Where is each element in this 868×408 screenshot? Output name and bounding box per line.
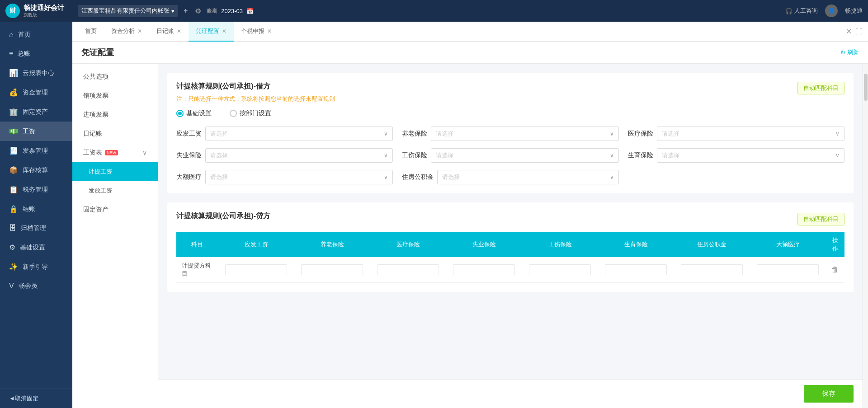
input-housing[interactable] [681,264,743,275]
input-maternity[interactable] [605,264,667,275]
sidebar-item-invoice[interactable]: 🧾 发票管理 [0,141,72,160]
select-big-medical[interactable]: 请选择 ∨ [205,170,393,184]
select-housing[interactable]: 请选择 ∨ [437,170,618,184]
refresh-label: 刷新 [847,48,859,56]
sidebar-label-close: 结账 [23,205,35,213]
select-apply-salary-arrow: ∨ [384,131,388,137]
tab-close-window-button[interactable]: ✕ [846,27,852,36]
input-apply-salary[interactable] [225,264,287,275]
new-badge: NEW [105,150,118,155]
avatar[interactable]: 👤 [825,5,838,17]
col-housing: 住房公积金 [674,232,750,257]
radio-dept[interactable]: 按部门设置 [230,109,271,117]
cancel-fixed-button[interactable]: ◄取消固定 [0,389,72,408]
table-row: 计提贷方科目 🗑 [176,257,844,283]
left-nav-sales[interactable]: 销项发票 [72,86,158,105]
col-apply-salary: 应发工资 [218,232,294,257]
cancel-fixed-label: ◄取消固定 [9,394,38,403]
header-right: 🎧 人工咨询 👤 畅捷通 [785,5,863,17]
company-selector[interactable]: 江西服宝精品有限责任公司内账张 ▾ [78,5,178,17]
delete-row-button[interactable]: 🗑 [831,266,839,274]
sidebar-item-guide[interactable]: ✨ 新手引导 [0,257,72,277]
tab-voucher-config-close[interactable]: ✕ [222,28,226,34]
scroll-thumb[interactable] [864,74,868,101]
sidebar-item-inventory[interactable]: 📦 库存核算 [0,160,72,180]
sidebar-item-vip[interactable]: V 畅会员 [0,277,72,295]
left-nav-purchase[interactable]: 进项发票 [72,105,158,124]
select-apply-salary[interactable]: 请选择 ∨ [205,127,393,141]
service-button[interactable]: 🎧 人工咨询 [785,7,818,15]
sidebar-item-assets[interactable]: 🏢 固定资产 [0,102,72,122]
logo-area: 财 畅捷通好会计 旗舰版 [5,4,78,18]
left-nav-payroll-table-label: 工资表 [83,149,102,157]
sidebar-item-ledger[interactable]: ≡ 总账 [0,44,72,63]
tab-tax-report-close[interactable]: ✕ [267,28,272,34]
left-nav-public-label: 公共选项 [83,73,108,81]
tab-bar-right: ✕ ⛶ [846,27,863,36]
save-button[interactable]: 保存 [804,385,854,403]
left-nav-jiti-salary-label: 计提工资 [89,168,112,176]
tab-tax-report[interactable]: 个税申报 ✕ [234,22,279,42]
select-work-injury-placeholder: 请选择 [436,151,453,159]
sidebar-label-inventory: 库存核算 [23,166,48,174]
select-unemployment[interactable]: 请选择 ∨ [205,148,393,163]
select-medical-arrow: ∨ [835,131,840,137]
debit-auto-match-button[interactable]: 自动匹配科目 [797,82,844,94]
tab-voucher-config[interactable]: 凭证配置 ✕ [189,22,234,42]
sidebar-item-close[interactable]: 🔒 结账 [0,199,72,219]
left-nav-jiti-salary[interactable]: 计提工资 [72,162,158,181]
select-medical[interactable]: 请选择 ∨ [657,127,844,141]
left-nav-public[interactable]: 公共选项 [72,67,158,86]
period-value: 2023-03 [221,8,243,14]
tab-diary[interactable]: 日记账 ✕ [149,22,189,42]
cell-action: 🗑 [826,257,844,283]
sidebar-item-archive[interactable]: 🗄 归档管理 [0,219,72,238]
sidebar-item-tax[interactable]: 📋 税务管理 [0,180,72,199]
sidebar-label-settings: 基础设置 [20,244,45,252]
add-company-button[interactable]: + [182,5,189,17]
tab-expand-button[interactable]: ⛶ [855,27,863,36]
left-nav-diary[interactable]: 日记账 [72,124,158,143]
user-name: 畅捷通 [845,7,863,15]
left-nav-payroll-table[interactable]: 工资表 NEW ∨ [72,143,158,162]
col-action: 操作 [826,232,844,257]
input-big-medical[interactable] [757,264,819,275]
sidebar-item-reports[interactable]: 📊 云报表中心 [0,63,72,83]
sidebar-item-settings[interactable]: ⚙ 基础设置 [0,238,72,257]
input-unemployment[interactable] [453,264,515,275]
select-pension-arrow: ∨ [610,131,614,137]
credit-auto-match-button[interactable]: 自动匹配科目 [797,213,844,225]
select-work-injury-arrow: ∨ [610,152,614,159]
left-nav-fa-salary[interactable]: 发放工资 [72,181,158,200]
settings-nav-icon: ⚙ [9,243,15,252]
input-work-injury[interactable] [529,264,591,275]
sidebar-item-funds[interactable]: 💰 资金管理 [0,83,72,102]
settings-button[interactable]: ⚙ [193,5,203,17]
refresh-button[interactable]: ↻ 刷新 [840,48,859,56]
left-nav-fixed-assets[interactable]: 固定资产 [72,200,158,219]
main-content: 自动匹配科目 计提核算规则(公司承担)-借方 注：只能选择一种方式，系统将按照您… [158,64,863,379]
sidebar-label-reports: 云报表中心 [23,69,54,77]
select-maternity[interactable]: 请选择 ∨ [657,148,844,163]
tab-home[interactable]: 首页 [78,22,104,42]
row-label: 计提贷方科目 [176,257,218,283]
radio-basic-label: 基础设置 [186,109,212,117]
radio-dept-circle [230,110,237,117]
label-apply-salary: 应发工资 [176,130,202,138]
sidebar-item-salary[interactable]: 💵 工资 [0,122,72,141]
input-pension[interactable] [301,264,363,275]
scrollbar[interactable] [863,64,868,408]
credit-section: 计提核算规则(公司承担)-贷方 自动匹配科目 科目 应发工资 养老保险 医疗保险 [167,202,854,292]
select-pension[interactable]: 请选择 ∨ [431,127,618,141]
calendar-icon[interactable]: 📅 [246,8,254,14]
select-work-injury[interactable]: 请选择 ∨ [431,148,618,163]
tab-tax-report-label: 个税申报 [241,27,264,35]
tab-funds[interactable]: 资金分析 ✕ [104,22,149,42]
radio-basic[interactable]: 基础设置 [176,109,212,117]
tab-diary-close[interactable]: ✕ [177,28,181,34]
input-medical[interactable] [377,264,439,275]
tab-funds-close[interactable]: ✕ [137,28,142,34]
field-work-injury: 工伤保险 请选择 ∨ [402,148,618,163]
sidebar-item-home[interactable]: ⌂ 首页 [0,25,72,44]
top-header: 财 畅捷通好会计 旗舰版 江西服宝精品有限责任公司内账张 ▾ + ⚙ 账期 20… [0,0,868,22]
